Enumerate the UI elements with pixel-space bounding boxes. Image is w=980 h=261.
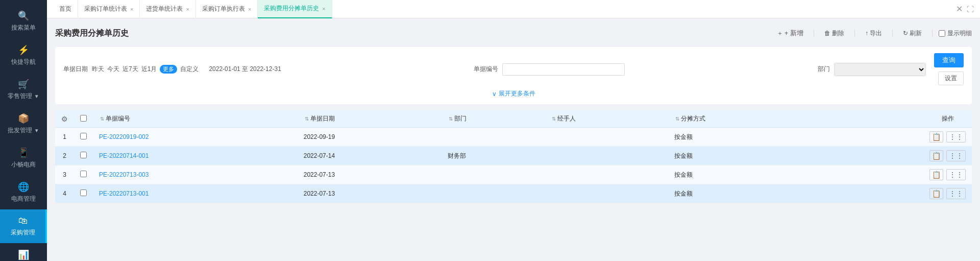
row-gear-cell: 2 bbox=[55, 147, 74, 165]
close-tab-purchase-order-exec[interactable]: × bbox=[248, 6, 251, 12]
edit-icon[interactable]: 📋 bbox=[929, 169, 943, 180]
table-body: 1 PE-20220919-002 2022-09-19 按金额 📋 ⋮⋮ 2 … bbox=[55, 128, 972, 203]
show-detail-checkbox[interactable] bbox=[939, 30, 945, 37]
row-handler bbox=[545, 147, 668, 165]
export-button[interactable]: ↑ 导出 bbox=[861, 27, 886, 40]
sort-icon: ⇅ bbox=[100, 116, 104, 122]
row-split-method: 按金额 bbox=[668, 128, 923, 147]
select-all-checkbox[interactable] bbox=[80, 115, 87, 122]
th-gear[interactable]: ⚙ bbox=[55, 110, 74, 128]
more-ops-icon[interactable]: ⋮⋮ bbox=[946, 169, 966, 180]
data-table: ⚙ ⇅ 单据编号 ⇅ 单据日期 bbox=[55, 110, 972, 203]
divider3 bbox=[892, 30, 893, 37]
row-checkbox[interactable] bbox=[80, 171, 87, 177]
th-bill-no[interactable]: ⇅ 单据编号 bbox=[93, 110, 298, 128]
show-detail-checkbox-label[interactable]: 显示明细 bbox=[939, 29, 972, 38]
th-date[interactable]: ⇅ 单据日期 bbox=[298, 110, 442, 128]
delete-button[interactable]: 🗑 删除 bbox=[820, 27, 848, 40]
bill-no-link[interactable]: PE-20220713-001 bbox=[99, 190, 149, 197]
sidebar-item-search[interactable]: 🔍 搜索菜单 bbox=[0, 4, 47, 38]
date-opt-7days[interactable]: 近7天 bbox=[122, 65, 138, 74]
row-checkbox[interactable] bbox=[80, 133, 87, 139]
date-opt-more[interactable]: 更多 bbox=[160, 65, 177, 74]
close-tab-purchase-order-stats[interactable]: × bbox=[130, 6, 133, 12]
tab-purchase-order-stats[interactable]: 采购订单统计表 × bbox=[78, 0, 140, 18]
sidebar-item-inventory[interactable]: 📊 库存核算 bbox=[0, 243, 47, 261]
tab-window-actions: ✕ ⛶ bbox=[956, 4, 974, 14]
date-options: 昨天 今天 近7天 近1月 更多 自定义 bbox=[92, 65, 199, 74]
sidebar-item-mini-shop[interactable]: 📱 小畅电商 bbox=[0, 141, 47, 175]
refresh-icon: ↻ bbox=[903, 30, 908, 37]
dept-select[interactable] bbox=[834, 63, 926, 76]
setting-button[interactable]: 设置 bbox=[938, 72, 964, 85]
sort-icon2: ⇅ bbox=[305, 116, 309, 122]
date-filter-label: 单据日期 bbox=[63, 65, 88, 74]
th-handler[interactable]: ⇅ 经手人 bbox=[545, 110, 668, 128]
show-detail-label: 显示明细 bbox=[947, 29, 972, 38]
tab-home[interactable]: 首页 bbox=[53, 0, 78, 18]
date-opt-yesterday[interactable]: 昨天 bbox=[92, 65, 104, 74]
th-dept[interactable]: ⇅ 部门 bbox=[442, 110, 545, 128]
page-title: 采购费用分摊单历史 bbox=[55, 28, 129, 39]
sidebar-item-label: 零售管理 bbox=[8, 92, 32, 100]
page-header: 采购费用分摊单历史 ＋ + 新增 🗑 删除 ↑ 导出 ↻ bbox=[55, 27, 972, 40]
chevron-down-icon: ▼ bbox=[34, 128, 39, 133]
expand-filter-button[interactable]: ∨ 展开更多条件 bbox=[492, 89, 535, 98]
sidebar-item-label: 采购管理 bbox=[11, 229, 35, 236]
chevron-down-icon: ∨ bbox=[492, 90, 497, 98]
bill-no-label: 单据编号 bbox=[474, 65, 498, 74]
th-dept-label: 部门 bbox=[454, 115, 467, 122]
sort-icon3: ⇅ bbox=[449, 116, 453, 122]
date-range-display: 2022-01-01 至 2022-12-31 bbox=[209, 65, 281, 74]
edit-icon[interactable]: 📋 bbox=[929, 150, 943, 161]
tab-purchase-order-exec[interactable]: 采购订单执行表 × bbox=[196, 0, 258, 18]
sidebar-item-purchase[interactable]: 🛍 采购管理 bbox=[0, 209, 47, 243]
tab-purchase-cost-history-label: 采购费用分摊单历史 bbox=[264, 4, 319, 13]
new-button[interactable]: ＋ + 新增 bbox=[773, 27, 807, 40]
close-window-icon[interactable]: ✕ bbox=[956, 4, 963, 14]
sidebar-item-retail[interactable]: 🛒 零售管理 ▼ bbox=[0, 73, 47, 107]
row-checkbox[interactable] bbox=[80, 189, 87, 196]
refresh-button[interactable]: ↻ 刷新 bbox=[899, 27, 926, 40]
sidebar-item-label: 快捷导航 bbox=[11, 58, 36, 65]
dept-label: 部门 bbox=[818, 65, 830, 74]
close-tab-purchase-cost-history[interactable]: × bbox=[322, 6, 325, 12]
edit-icon[interactable]: 📋 bbox=[929, 131, 943, 143]
th-checkbox bbox=[74, 110, 93, 128]
th-split-method[interactable]: ⇅ 分摊方式 bbox=[668, 110, 923, 128]
date-filter: 单据日期 昨天 今天 近7天 近1月 更多 自定义 bbox=[63, 65, 199, 74]
bill-no-link[interactable]: PE-20220714-001 bbox=[99, 152, 149, 159]
row-checkbox-cell bbox=[74, 184, 93, 203]
header-actions: ＋ + 新增 🗑 删除 ↑ 导出 ↻ 刷新 bbox=[773, 27, 972, 40]
sidebar-item-label: 小畅电商 bbox=[11, 161, 36, 168]
table-row: 2 PE-20220714-001 2022-07-14 财务部 按金额 📋 ⋮… bbox=[55, 147, 972, 165]
date-opt-today[interactable]: 今天 bbox=[107, 65, 119, 74]
more-ops-icon[interactable]: ⋮⋮ bbox=[946, 150, 966, 161]
divider4 bbox=[932, 30, 933, 37]
dept-filter: 部门 bbox=[818, 63, 926, 76]
bill-no-link[interactable]: PE-20220713-003 bbox=[99, 171, 149, 178]
shopping-icon: 🛍 bbox=[2, 216, 43, 226]
row-bill-no: PE-20220714-001 bbox=[93, 147, 298, 165]
row-date: 2022-07-13 bbox=[298, 165, 442, 184]
more-ops-icon[interactable]: ⋮⋮ bbox=[946, 131, 966, 143]
sidebar-item-quick-nav[interactable]: ⚡ 快捷导航 bbox=[0, 38, 47, 73]
maximize-window-icon[interactable]: ⛶ bbox=[967, 5, 974, 13]
row-bill-no: PE-20220713-001 bbox=[93, 184, 298, 203]
edit-icon[interactable]: 📋 bbox=[929, 188, 943, 199]
tab-goods-receipt-stats[interactable]: 进货单统计表 × bbox=[140, 0, 195, 18]
gear-icon[interactable]: ⚙ bbox=[61, 115, 68, 123]
date-opt-custom[interactable]: 自定义 bbox=[180, 65, 199, 74]
tab-purchase-cost-history[interactable]: 采购费用分摊单历史 × bbox=[258, 0, 332, 18]
bill-no-input[interactable] bbox=[502, 63, 625, 76]
sidebar-item-wholesale[interactable]: 📦 批发管理 ▼ bbox=[0, 107, 47, 141]
close-tab-goods-receipt-stats[interactable]: × bbox=[186, 6, 189, 12]
filter-area: 单据日期 昨天 今天 近7天 近1月 更多 自定义 2022-01-01 至 2… bbox=[55, 47, 972, 104]
sidebar-item-ecommerce[interactable]: 🌐 电商管理 bbox=[0, 175, 47, 209]
export-icon: ↑ bbox=[865, 30, 868, 37]
bill-no-link[interactable]: PE-20220919-002 bbox=[99, 133, 149, 140]
query-button[interactable]: 查询 bbox=[934, 53, 964, 67]
date-opt-1month[interactable]: 近1月 bbox=[141, 65, 157, 74]
row-checkbox[interactable] bbox=[80, 152, 87, 158]
more-ops-icon[interactable]: ⋮⋮ bbox=[946, 188, 966, 199]
